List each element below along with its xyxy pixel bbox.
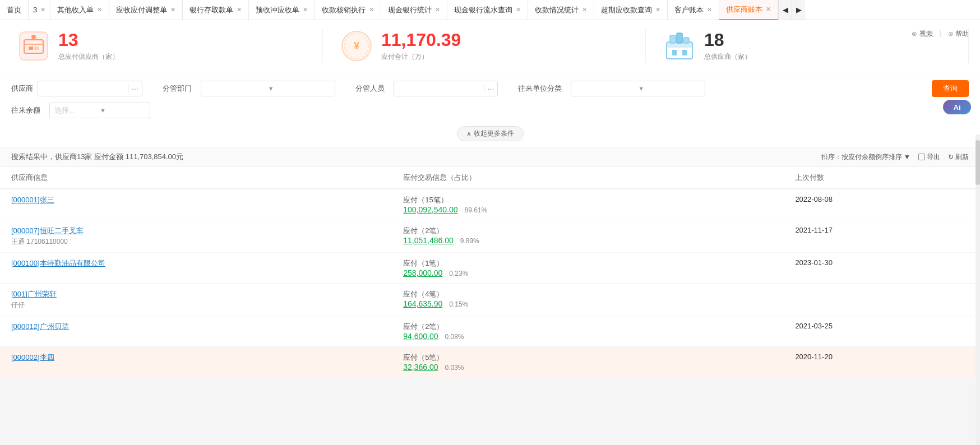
nav-tab-collection-stat[interactable]: 收款情况统计 ✕ xyxy=(528,0,594,20)
tx-type-count: 应付（2笔） xyxy=(403,322,773,332)
nav-tab-bank-deposit[interactable]: 银行存取款单 ✕ xyxy=(183,0,249,20)
supplier-link[interactable]: [000001]张三 xyxy=(11,196,54,204)
supplier-link[interactable]: [000007]恒旺二手叉车 xyxy=(11,226,84,235)
person-input[interactable] xyxy=(394,82,484,95)
tx-amount[interactable]: 94,600.00 xyxy=(403,332,438,341)
nav-tab-payment-verify[interactable]: 收款核销执行 ✕ xyxy=(315,0,381,20)
scrollbar-thumb[interactable] xyxy=(976,140,980,185)
result-bar: 搜索结果中，供应商13家 应付金额 111,703,854.00元 排序：按应付… xyxy=(0,147,980,167)
close-pre-receive[interactable]: ✕ xyxy=(303,6,308,13)
result-summary: 搜索结果中，供应商13家 应付金额 111,703,854.00元 xyxy=(11,152,183,162)
tx-amount-line: 11,051,486.009.89% xyxy=(403,236,773,245)
person-dots-btn[interactable]: ··· xyxy=(484,84,498,93)
nav-tab-supplier-ledger[interactable]: 供应商账本 ✕ xyxy=(719,0,778,20)
export-button[interactable]: 导出 xyxy=(918,152,940,162)
svg-rect-14 xyxy=(672,50,677,55)
svg-rect-3 xyxy=(29,47,33,50)
last-payment-cell: 2021-11-17 xyxy=(784,220,980,253)
nav-next-arrow[interactable]: ▶ xyxy=(792,0,805,20)
supplier-dots-btn[interactable]: ··· xyxy=(128,84,142,93)
nav-tab-pre-receive[interactable]: 预收冲应收单 ✕ xyxy=(249,0,315,20)
close-payment-verify[interactable]: ✕ xyxy=(369,6,374,13)
nav-tab-home[interactable]: 首页 xyxy=(0,0,29,20)
supplier-link[interactable]: [001]广州荣轩 xyxy=(11,290,57,298)
tx-amount[interactable]: 258,000.00 xyxy=(403,268,442,277)
close-cash-bank-query[interactable]: ✕ xyxy=(516,6,521,13)
tx-type-count: 应付（2笔） xyxy=(403,226,773,236)
video-link[interactable]: ⊙ 视频 xyxy=(912,29,932,39)
close-customer-ledger[interactable]: ✕ xyxy=(707,6,712,13)
tx-amount[interactable]: 32,366.00 xyxy=(403,363,438,372)
supplier-link[interactable]: [000100]本特勤油品有限公司 xyxy=(11,259,105,267)
tx-amount[interactable]: 100,092,540.00 xyxy=(403,205,457,214)
total-suppliers-label: 总供应商（家） xyxy=(704,52,751,62)
tx-amount[interactable]: 11,051,486.00 xyxy=(403,236,454,245)
person-field: 分管人员 ··· xyxy=(355,81,498,96)
total-suppliers-number: 18 xyxy=(704,30,751,50)
table-row: [000001]张三应付（15笔）100,092,540.0089.61%202… xyxy=(0,189,980,220)
tx-percent: 0.03% xyxy=(445,364,464,372)
nav-tab-cash-bank-query[interactable]: 现金银行流水查询 ✕ xyxy=(447,0,528,20)
supplier-field: 供应商 ··· xyxy=(11,81,142,96)
nav-tab-3[interactable]: 3 ✕ xyxy=(29,0,50,20)
collapse-button[interactable]: ∧ 收起更多条件 xyxy=(457,126,524,141)
category-select[interactable]: ▼ xyxy=(571,81,705,96)
ap-suppliers-icon xyxy=(17,29,50,63)
result-actions: 排序：按应付余额倒序排序 ▼ 导出 ↻ 刷新 xyxy=(821,152,969,162)
nav-tab-overdue-query[interactable]: 超期应收款查询 ✕ xyxy=(594,0,668,20)
ap-amount-label: 应付合计（万） xyxy=(381,52,461,62)
nav-tab-ar-ap-adjust[interactable]: 应收应付调整单 ✕ xyxy=(109,0,183,20)
person-label: 分管人员 xyxy=(355,84,385,94)
tx-percent: 0.15% xyxy=(449,300,468,308)
supplier-info-cell: [000001]张三 xyxy=(0,189,392,220)
last-payment-cell: 2021-03-25 xyxy=(784,316,980,347)
supplier-label: 供应商 xyxy=(11,84,33,94)
table-row: [001]广州荣轩仔仔应付（4笔）164,635.900.15% xyxy=(0,284,980,316)
supplier-sub-info: 仔仔 xyxy=(11,300,381,310)
supplier-info-cell: [000012]广州贝瑞 xyxy=(0,316,392,347)
sort-label[interactable]: 排序：按应付余额倒序排序 ▼ xyxy=(821,152,910,162)
close-tab-3[interactable]: ✕ xyxy=(40,6,45,13)
tx-amount-line: 100,092,540.0089.61% xyxy=(403,205,773,214)
col-tx-info: 应付交易信息（占比） xyxy=(392,167,784,189)
nav-tab-other-income[interactable]: 其他收入单 ✕ xyxy=(50,0,109,20)
balance-field: 往来余额 选择... ▼ xyxy=(11,103,150,118)
category-field: 往来单位分类 ▼ xyxy=(518,81,705,96)
tx-amount-line: 32,366.000.03% xyxy=(403,363,773,372)
close-ar-ap-adjust[interactable]: ✕ xyxy=(170,6,175,13)
supplier-link[interactable]: [000002]李四 xyxy=(11,353,54,361)
balance-select[interactable]: 选择... ▼ xyxy=(49,103,150,118)
close-collection-stat[interactable]: ✕ xyxy=(582,6,587,13)
close-supplier-ledger[interactable]: ✕ xyxy=(766,6,771,13)
nav-prev-arrow[interactable]: ◀ xyxy=(778,0,792,20)
sort-chevron-icon: ▼ xyxy=(904,153,910,161)
nav-tab-supplier-ledger-label: 供应商账本 xyxy=(726,4,762,15)
supplier-info-cell: [000002]李四 xyxy=(0,347,392,378)
close-bank-deposit[interactable]: ✕ xyxy=(237,6,242,13)
scrollbar-track[interactable] xyxy=(976,135,980,445)
tx-amount[interactable]: 164,635.90 xyxy=(403,299,442,308)
collapse-label: 收起更多条件 xyxy=(474,129,514,138)
table-row: [000002]李四应付（5笔）32,366.000.03%2020-11-20 xyxy=(0,347,980,378)
tx-amount-line: 258,000.000.23% xyxy=(403,268,773,277)
supplier-input[interactable] xyxy=(38,82,128,95)
close-cash-bank-stat[interactable]: ✕ xyxy=(435,6,440,13)
help-link[interactable]: ⊙ 帮助 xyxy=(948,29,969,39)
nav-tab-customer-ledger[interactable]: 客户账本 ✕ xyxy=(668,0,719,20)
svg-text:¥: ¥ xyxy=(354,40,359,52)
balance-select-value: 选择... xyxy=(54,105,100,115)
close-other-income[interactable]: ✕ xyxy=(97,6,102,13)
tx-amount-line: 94,600.000.08% xyxy=(403,332,773,341)
tx-info-cell: 应付（2笔）94,600.000.08% xyxy=(392,316,784,347)
nav-tab-cash-bank-stat[interactable]: 现金银行统计 ✕ xyxy=(381,0,447,20)
dept-select[interactable]: ▼ xyxy=(201,81,335,96)
stats-header: 13 总应付供应商（家） ¥ 11,170.39 应付合计（万） xyxy=(0,20,980,72)
close-overdue-query[interactable]: ✕ xyxy=(655,6,660,13)
collapse-icon: ∧ xyxy=(466,130,471,138)
stat-info-total-suppliers: 18 总供应商（家） xyxy=(704,30,751,62)
query-button[interactable]: 查询 xyxy=(932,80,969,97)
tx-info-cell: 应付（1笔）258,000.000.23% xyxy=(392,253,784,284)
refresh-button[interactable]: ↻ 刷新 xyxy=(948,152,969,162)
ai-button[interactable]: Ai xyxy=(943,100,971,114)
supplier-link[interactable]: [000012]广州贝瑞 xyxy=(11,322,69,331)
